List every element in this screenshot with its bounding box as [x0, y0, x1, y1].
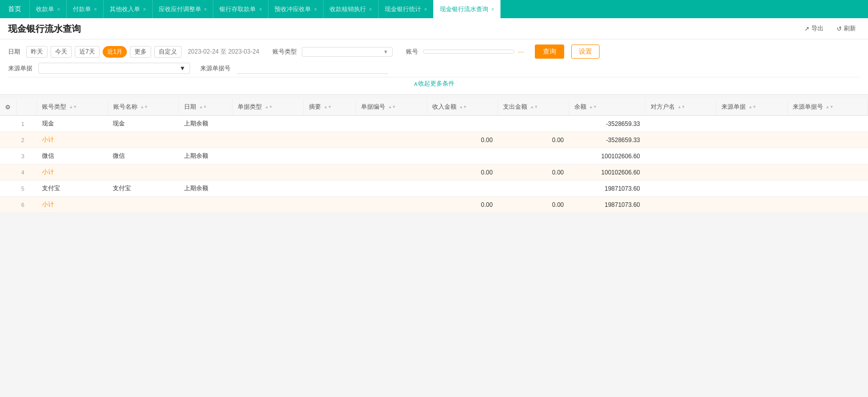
nav-home[interactable]: 首页	[0, 0, 29, 18]
nav-tab-yushouclearing[interactable]: 预收冲应收单 ×	[268, 0, 323, 18]
nav-tab-shoukuanverify[interactable]: 收款核销执行 ×	[323, 0, 378, 18]
table-cell: 小计	[37, 164, 108, 181]
table-cell: 100102606.60	[569, 164, 645, 181]
more-options-icon[interactable]: ···	[518, 48, 524, 56]
table-cell	[356, 148, 427, 164]
table-cell	[179, 197, 233, 213]
table-cell	[716, 132, 788, 148]
table-cell	[108, 197, 179, 213]
table-row[interactable]: 6小计0.000.0019871073.60	[0, 197, 868, 213]
close-icon[interactable]: ×	[204, 7, 207, 12]
col-source-doc-no-label: 来源单据号	[793, 103, 823, 110]
source-doc-label: 来源单据	[8, 64, 32, 73]
table-cell	[233, 148, 304, 164]
close-icon[interactable]: ×	[57, 7, 60, 12]
table-row[interactable]: 5支付宝支付宝上期余额19871073.60	[0, 181, 868, 197]
source-num-input[interactable]	[237, 63, 388, 74]
table-row[interactable]: 1现金现金上期余额-3528659.33	[0, 116, 868, 132]
date-custom-btn[interactable]: 自定义	[154, 46, 181, 58]
close-icon[interactable]: ×	[259, 7, 262, 12]
col-account-name[interactable]: 账号名称 ▲▼	[108, 99, 179, 116]
table-cell	[108, 164, 179, 181]
table-cell	[645, 116, 716, 132]
col-income[interactable]: 收入金额 ▲▼	[427, 99, 498, 116]
table-cell	[303, 148, 355, 164]
close-icon[interactable]: ×	[94, 7, 97, 12]
nav-tab-yinhangcunku[interactable]: 银行存取款单 ×	[213, 0, 268, 18]
table-cell	[0, 132, 16, 148]
close-icon[interactable]: ×	[369, 7, 372, 12]
account-type-select[interactable]: ▼	[302, 47, 393, 57]
close-icon[interactable]: ×	[491, 7, 494, 12]
col-date-label: 日期	[184, 103, 196, 110]
table-cell	[787, 132, 867, 148]
table-cell	[179, 132, 233, 148]
table-cell	[645, 181, 716, 197]
table-cell: 0.00	[498, 132, 569, 148]
col-doc-no[interactable]: 单据编号 ▲▼	[356, 99, 427, 116]
date-today-btn[interactable]: 今天	[51, 46, 72, 58]
date-week-btn[interactable]: 近7天	[75, 46, 100, 58]
table-cell	[787, 197, 867, 213]
nav-tab-qitashouru[interactable]: 其他收入单 ×	[103, 0, 152, 18]
export-button[interactable]: ↗ 导出	[800, 22, 828, 35]
nav-tab-label: 现金银行流水查询	[440, 5, 488, 14]
nav-tab-shoukuandan[interactable]: 收款单 ×	[29, 0, 66, 18]
col-settings[interactable]: ⚙	[0, 99, 16, 116]
chevron-down-icon: ▼	[383, 49, 388, 55]
col-summary-label: 摘要	[309, 103, 321, 110]
col-source-doc[interactable]: 来源单据 ▲▼	[716, 99, 788, 116]
close-icon[interactable]: ×	[424, 7, 427, 12]
table-cell	[356, 164, 427, 181]
col-balance[interactable]: 余额 ▲▼	[569, 99, 645, 116]
chevron-down-icon: ▼	[179, 65, 186, 72]
nav-tab-label: 其他收入单	[110, 5, 140, 14]
sort-icon: ▲▼	[589, 105, 597, 109]
nav-tab-liushui[interactable]: 现金银行流水查询 ×	[433, 0, 500, 18]
table-row[interactable]: 3微信微信上期余额100102606.60	[0, 148, 868, 164]
col-balance-label: 余额	[574, 103, 586, 110]
nav-tab-label: 收款核销执行	[330, 5, 366, 14]
date-more-btn[interactable]: 更多	[130, 46, 151, 58]
date-yesterday-btn[interactable]: 昨天	[26, 46, 48, 58]
close-icon[interactable]: ×	[143, 7, 146, 12]
nav-tab-xianjintongji[interactable]: 现金银行统计 ×	[378, 0, 433, 18]
export-icon: ↗	[804, 25, 809, 32]
date-month1-btn[interactable]: 近1月	[103, 46, 127, 58]
source-doc-select[interactable]: ▼	[38, 63, 190, 74]
table-cell	[0, 164, 16, 181]
export-label: 导出	[811, 24, 824, 33]
col-account-type[interactable]: 账号类型 ▲▼	[37, 99, 108, 116]
table-cell: 19871073.60	[569, 197, 645, 213]
col-expense-label: 支出金额	[503, 103, 527, 110]
nav-tab-label: 现金银行统计	[385, 5, 421, 14]
table-row[interactable]: 2小计0.000.00-3528659.33	[0, 132, 868, 148]
table-cell: 6	[16, 197, 37, 213]
table-row[interactable]: 4小计0.000.00100102606.60	[0, 164, 868, 181]
table-cell	[645, 132, 716, 148]
table-cell	[498, 148, 569, 164]
nav-tab-yingshoutiaoz[interactable]: 应收应付调整单 ×	[152, 0, 213, 18]
nav-tab-label: 收款单	[36, 5, 54, 14]
table-cell: 小计	[37, 132, 108, 148]
sort-icon: ▲▼	[199, 105, 207, 109]
settings-button[interactable]: 设置	[571, 45, 600, 59]
col-counterparty[interactable]: 对方户名 ▲▼	[645, 99, 716, 116]
table-cell	[498, 181, 569, 197]
nav-tab-fukuandan[interactable]: 付款单 ×	[66, 0, 103, 18]
col-source-doc-no[interactable]: 来源单据号 ▲▼	[787, 99, 867, 116]
header-actions: ↗ 导出 ↺ 刷新	[800, 22, 860, 35]
date-label: 日期	[8, 48, 20, 56]
refresh-button[interactable]: ↺ 刷新	[833, 22, 860, 35]
col-summary[interactable]: 摘要 ▲▼	[303, 99, 355, 116]
col-date[interactable]: 日期 ▲▼	[179, 99, 233, 116]
col-expense[interactable]: 支出金额 ▲▼	[498, 99, 569, 116]
sort-icon: ▲▼	[748, 105, 756, 109]
account-input[interactable]	[423, 50, 514, 54]
close-icon[interactable]: ×	[314, 7, 317, 12]
collapse-bar[interactable]: ∧ 收起更多条件	[8, 77, 860, 90]
nav-tab-label: 预收冲应收单	[275, 5, 311, 14]
col-doc-type[interactable]: 单据类型 ▲▼	[233, 99, 304, 116]
source-doc-filter: 来源单据 ▼	[8, 63, 190, 74]
query-button[interactable]: 查询	[535, 45, 564, 59]
